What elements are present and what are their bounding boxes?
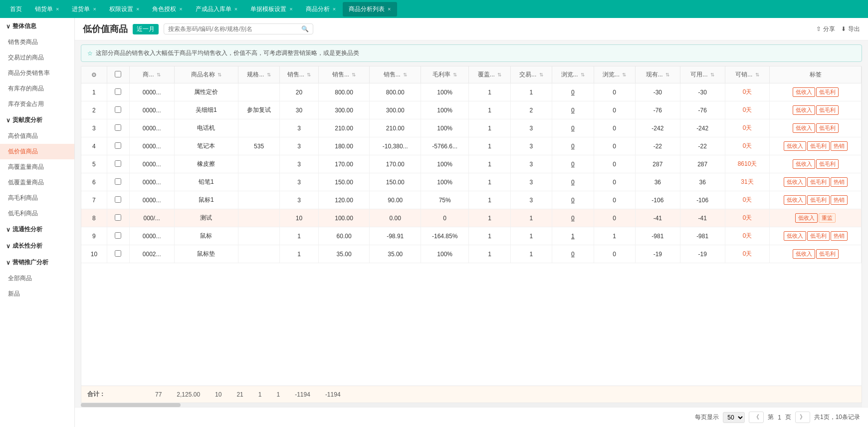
col-coverage[interactable]: 覆盖... ⇅ [469, 66, 510, 83]
row-checkbox[interactable] [115, 178, 121, 185]
cell-browse1[interactable]: 0 [552, 209, 594, 227]
export-button[interactable]: ⬇ 导出 [841, 25, 860, 33]
row-checkbox[interactable] [115, 88, 121, 95]
cell-browse1[interactable]: 1 [552, 227, 594, 245]
prev-page-button[interactable]: 《 [749, 412, 764, 423]
cell-checkbox[interactable] [107, 119, 129, 137]
col-sale-amt1[interactable]: 销售... ⇅ [318, 66, 370, 83]
browse-link[interactable]: 0 [571, 125, 575, 132]
cell-browse1[interactable]: 0 [552, 119, 594, 137]
row-checkbox[interactable] [115, 232, 121, 239]
browse-link[interactable]: 0 [571, 251, 575, 258]
col-stock[interactable]: 现有... ⇅ [635, 66, 680, 83]
sidebar-item-low-coverage[interactable]: 低覆盖量商品 [0, 175, 74, 190]
cell-browse1[interactable]: 0 [552, 245, 594, 263]
nav-purchase[interactable]: 进货单 × [66, 2, 102, 16]
close-icon[interactable]: × [333, 6, 336, 12]
browse-link[interactable]: 0 [571, 161, 575, 168]
sidebar-group-contribution[interactable]: ∨ 贡献度分析 [0, 112, 74, 128]
close-icon[interactable]: × [56, 6, 59, 12]
close-icon[interactable]: × [179, 6, 182, 12]
sidebar-item-traded[interactable]: 交易过的商品 [0, 50, 74, 65]
sidebar-item-in-stock[interactable]: 有库存的商品 [0, 81, 74, 96]
cell-checkbox[interactable] [107, 227, 129, 245]
cell-browse1[interactable]: 0 [552, 155, 594, 173]
search-input[interactable] [168, 25, 298, 32]
sidebar-group-overall[interactable]: ∨ 整体信息 [0, 18, 74, 34]
col-sale-qty[interactable]: 销售... ⇅ [280, 66, 318, 83]
settings-icon[interactable]: ⚙ [91, 71, 97, 78]
nav-analysis-list[interactable]: 商品分析列表 × [343, 2, 397, 16]
sidebar-item-high-coverage[interactable]: 高覆盖量商品 [0, 159, 74, 175]
col-available[interactable]: 可用... ⇅ [680, 66, 725, 83]
cell-checkbox[interactable] [107, 245, 129, 263]
nav-sale[interactable]: 销货单 × [29, 2, 65, 16]
browse-link[interactable]: 0 [571, 197, 575, 204]
close-icon[interactable]: × [93, 6, 96, 12]
close-icon[interactable]: × [234, 6, 237, 12]
sidebar-item-high-margin[interactable]: 高毛利商品 [0, 190, 74, 206]
horizontal-scrollbar[interactable] [81, 403, 862, 407]
cell-browse1[interactable]: 0 [552, 83, 594, 101]
col-checkbox[interactable] [107, 66, 129, 83]
sidebar-item-new-goods[interactable]: 新品 [0, 286, 74, 302]
col-spec[interactable]: 规格... ⇅ [238, 66, 279, 83]
cell-checkbox[interactable] [107, 137, 129, 155]
col-gross-rate[interactable]: 毛利率 ⇅ [421, 66, 469, 83]
col-browse2[interactable]: 浏览... ⇅ [594, 66, 635, 83]
col-name[interactable]: 商品名称 ⇅ [174, 66, 238, 83]
browse-link[interactable]: 0 [571, 107, 575, 114]
row-checkbox[interactable] [115, 250, 121, 257]
browse-link[interactable]: 1 [571, 233, 575, 240]
cell-checkbox[interactable] [107, 155, 129, 173]
nav-permissions[interactable]: 权限设置 × [103, 2, 145, 16]
cell-checkbox[interactable] [107, 191, 129, 209]
cell-checkbox[interactable] [107, 101, 129, 119]
col-code[interactable]: 商... ⇅ [129, 66, 174, 83]
table-container[interactable]: ⚙ 商... ⇅ 商品名称 ⇅ 规格... ⇅ 销售... ⇅ 销售... ⇅ … [81, 66, 862, 386]
sidebar-item-category-rate[interactable]: 商品分类销售率 [0, 65, 74, 81]
browse-link[interactable]: 0 [571, 89, 575, 96]
browse-link[interactable]: 0 [571, 143, 575, 150]
sidebar-item-all-goods[interactable]: 全部商品 [0, 271, 74, 286]
sidebar-group-liquidity[interactable]: ∨ 流通性分析 [0, 221, 74, 238]
close-icon[interactable]: × [289, 6, 292, 12]
next-page-button[interactable]: 》 [795, 412, 810, 423]
cell-browse1[interactable]: 0 [552, 137, 594, 155]
col-trade[interactable]: 交易... ⇅ [510, 66, 552, 83]
search-icon[interactable]: 🔍 [301, 25, 309, 32]
time-tag[interactable]: 近一月 [133, 24, 159, 34]
sidebar-item-high-value[interactable]: 高价值商品 [0, 128, 74, 144]
col-sale-amt2[interactable]: 销售... ⇅ [370, 66, 421, 83]
browse-link[interactable]: 0 [571, 179, 575, 186]
close-icon[interactable]: × [388, 6, 391, 12]
nav-home[interactable]: 首页 [4, 2, 28, 16]
nav-analysis[interactable]: 商品分析 × [300, 2, 342, 16]
select-all-checkbox[interactable] [115, 71, 121, 77]
cell-browse1[interactable]: 0 [552, 191, 594, 209]
close-icon[interactable]: × [136, 6, 139, 12]
col-settings[interactable]: ⚙ [81, 66, 107, 83]
cell-checkbox[interactable] [107, 83, 129, 101]
row-checkbox[interactable] [115, 160, 121, 167]
scrollbar-thumb[interactable] [81, 403, 181, 407]
row-checkbox[interactable] [115, 106, 121, 113]
cell-checkbox[interactable] [107, 209, 129, 227]
per-page-select[interactable]: 50 [723, 412, 745, 423]
row-checkbox[interactable] [115, 214, 121, 221]
row-checkbox[interactable] [115, 142, 121, 149]
sidebar-group-marketing[interactable]: ∨ 营销推广分析 [0, 254, 74, 271]
cell-browse1[interactable]: 0 [552, 173, 594, 191]
browse-link[interactable]: 0 [571, 215, 575, 222]
nav-template[interactable]: 单据模板设置 × [244, 2, 298, 16]
sidebar-item-capital[interactable]: 库存资金占用 [0, 96, 74, 112]
sidebar-item-low-value[interactable]: 低价值商品 [0, 144, 74, 159]
nav-roles[interactable]: 角色授权 × [146, 2, 188, 16]
col-browse1[interactable]: 浏览... ⇅ [552, 66, 594, 83]
nav-warehouse[interactable]: 产成品入库单 × [190, 2, 243, 16]
search-box[interactable]: 🔍 [164, 23, 313, 34]
cell-checkbox[interactable] [107, 173, 129, 191]
cell-browse1[interactable]: 0 [552, 101, 594, 119]
share-button[interactable]: ⇧ 分享 [816, 25, 835, 33]
sidebar-group-growth[interactable]: ∨ 成长性分析 [0, 238, 74, 254]
